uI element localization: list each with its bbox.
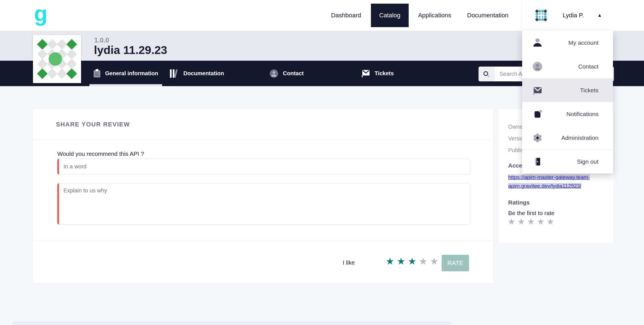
envelope-icon — [361, 69, 370, 78]
star-icon[interactable]: ★ — [408, 256, 419, 267]
search-icon — [483, 71, 490, 77]
user-name: Lydia P. — [563, 12, 584, 19]
ratings-heading: Ratings — [508, 199, 530, 206]
user-avatar — [533, 7, 549, 23]
tab-contact[interactable]: Contact — [269, 61, 304, 86]
menu-item-label: Contact — [578, 63, 598, 70]
divider — [33, 139, 493, 139]
rating-stars[interactable]: ★★★★★ — [386, 256, 441, 267]
clipboard-icon — [93, 69, 101, 78]
active-tab-underline — [89, 84, 162, 86]
nav-applications[interactable]: Applications — [414, 0, 456, 31]
tab-label: Tickets — [375, 70, 394, 77]
person-icon — [532, 37, 543, 48]
recommend-question: Would you recommend this API ? — [57, 150, 144, 157]
menu-item-label: Notifications — [567, 111, 598, 117]
menu-item-contact[interactable]: Contact — [522, 55, 613, 78]
api-version: 1.0.0 — [94, 36, 109, 44]
star-icon[interactable]: ★ — [527, 217, 537, 227]
tab-label: Contact — [283, 70, 304, 77]
nav-dashboard[interactable]: Dashboard — [326, 0, 366, 31]
star-icon[interactable]: ★ — [508, 217, 517, 227]
star-icon[interactable]: ★ — [546, 217, 556, 227]
review-card-title: SHARE YOUR REVIEW — [56, 121, 130, 128]
page-bottom-shade — [12, 321, 451, 325]
menu-item-notifications[interactable]: Notifications — [522, 102, 613, 126]
menu-item-sign-out[interactable]: Sign out — [522, 150, 613, 173]
api-avatar — [33, 35, 81, 83]
menu-item-tickets[interactable]: Tickets — [522, 78, 613, 102]
star-icon[interactable]: ★ — [537, 217, 546, 227]
gear-icon — [532, 133, 543, 143]
user-menu-trigger[interactable]: Lydia P. ▲ — [530, 0, 602, 31]
header-divider — [521, 0, 521, 31]
sidebar-rating-stars[interactable]: ★★★★★ — [508, 216, 556, 227]
rating-caption: I like — [343, 259, 355, 266]
tab-tickets[interactable]: Tickets — [361, 61, 394, 86]
divider — [33, 241, 493, 241]
books-icon — [169, 69, 179, 78]
menu-item-label: My account — [569, 39, 598, 46]
top-header: g Dashboard Catalog Applications Documen… — [0, 0, 644, 31]
menu-item-label: Tickets — [580, 87, 598, 94]
user-dropdown-menu: My account Contact Tickets Notifications — [522, 31, 613, 173]
star-icon[interactable]: ★ — [386, 256, 397, 267]
review-word-input[interactable] — [57, 159, 470, 175]
gateway-url-link[interactable]: https://apim-master-gateway.team- apim.g… — [508, 173, 590, 190]
menu-item-label: Sign out — [577, 158, 598, 165]
contact-person-icon — [532, 61, 543, 72]
share-review-card: SHARE YOUR REVIEW Would you recommend th… — [33, 109, 493, 283]
gravitee-logo[interactable]: g — [34, 0, 48, 29]
star-icon[interactable]: ★ — [517, 217, 527, 227]
envelope-icon — [532, 85, 543, 96]
star-icon[interactable]: ★ — [397, 256, 408, 267]
tab-general-information[interactable]: General information — [93, 61, 158, 86]
api-title: lydia 11.29.23 — [94, 44, 167, 57]
nav-catalog[interactable]: Catalog — [371, 4, 409, 27]
caret-up-icon: ▲ — [597, 13, 602, 18]
tab-label: Documentation — [183, 70, 224, 77]
tab-documentation[interactable]: Documentation — [169, 61, 224, 86]
ratings-empty-text: Be the first to rate — [508, 210, 555, 216]
search-icon-box — [479, 67, 494, 81]
person-circle-icon — [269, 69, 278, 78]
nav-documentation[interactable]: Documentation — [464, 0, 512, 31]
door-icon — [532, 156, 543, 167]
rate-button[interactable]: RATE — [442, 255, 469, 271]
review-why-textarea[interactable] — [57, 183, 470, 225]
menu-item-my-account[interactable]: My account — [522, 31, 613, 55]
notification-icon — [532, 109, 543, 119]
menu-item-label: Administration — [561, 135, 598, 141]
star-icon[interactable]: ★ — [430, 256, 441, 267]
star-icon[interactable]: ★ — [419, 256, 430, 267]
tab-label: General information — [105, 70, 158, 77]
menu-item-administration[interactable]: Administration — [522, 126, 613, 150]
